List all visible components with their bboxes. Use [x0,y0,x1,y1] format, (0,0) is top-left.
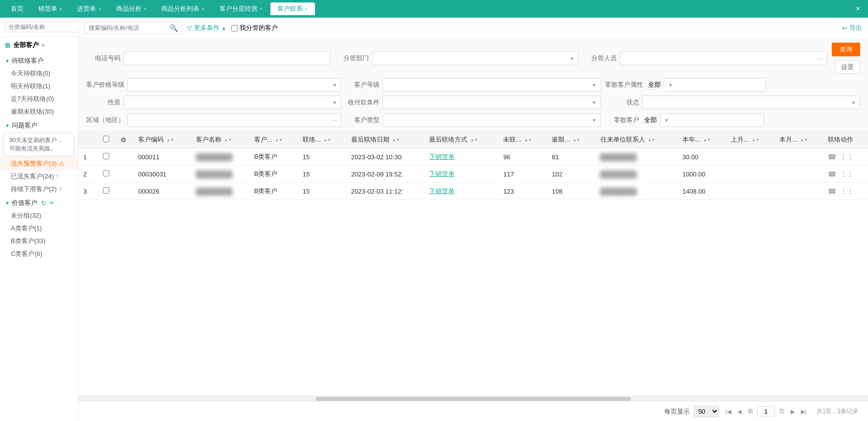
last-way-link[interactable]: 下销货单 [429,187,455,195]
cell-action[interactable]: ☎ ⋮⋮ [823,183,868,200]
tab-analysis-list-close[interactable]: × [201,6,204,12]
sidebar-search-input[interactable] [5,22,78,32]
sidebar-item-overdue[interactable]: 逾期未联络(30) [0,105,78,118]
cell-checkbox[interactable] [98,183,116,200]
tab-home[interactable]: 首页 [4,2,30,15]
sidebar-item-today[interactable]: 今天待联络(0) [0,67,78,80]
sidebar-section-value-title[interactable]: ▼ 价值客户 ↻ ✏ [0,196,78,209]
th-contact-sort-icon[interactable]: ▲▼ [323,138,331,142]
sidebar-all-customers[interactable]: ⊞ 全部客户 « [0,37,78,53]
contact-action-icon[interactable]: ☎ [828,170,836,178]
sidebar-item-c-class[interactable]: C类客户(6) [0,248,78,260]
filter-more-button[interactable]: ▽ 更多条件 ▲ [187,24,226,32]
filter-select-customer-type[interactable]: ▼ [383,113,601,127]
tab-analysis-close[interactable]: × [144,6,146,12]
first-page-icon[interactable]: |◀ [723,407,733,416]
search-button[interactable]: 查询 [832,43,860,56]
th-company-contact-sort-icon[interactable]: ▲▼ [648,138,655,142]
tab-sales[interactable]: 销货单 × [31,2,69,15]
close-all-button[interactable]: × [852,4,864,13]
filter-select-status[interactable]: ▼ [642,96,860,109]
sidebar-item-churn-warning[interactable]: 流失预警客户(3) ⚠ [0,157,78,170]
filter-search-box[interactable]: 🔍 [84,22,182,34]
tab-customer-contact-close[interactable]: × [305,6,308,12]
tab-sales-close[interactable]: × [59,6,62,12]
contact-action-icon[interactable]: ☎ [828,153,836,161]
th-last-date-sort-icon[interactable]: ▲▼ [392,138,400,142]
sidebar-item-declining[interactable]: 持续下滑客户(2) ? [0,183,78,196]
filter-select-manager[interactable]: ··· [620,51,827,65]
tab-customer-tier-close[interactable]: × [260,6,263,12]
cell-checkbox[interactable] [98,149,116,166]
filter-select-nature[interactable]: ▼ [123,96,341,109]
sidebar-section-pending-title[interactable]: ▼ 待联络客户 [0,53,78,67]
contact-action-icon[interactable]: ☎ [828,187,836,195]
th-code-sort-icon[interactable]: ▲▼ [167,138,174,142]
horizontal-scrollbar[interactable] [78,396,868,401]
page-input[interactable] [757,406,775,417]
settings-button[interactable]: 设置 [835,60,860,74]
value-edit-icon[interactable]: ✏ [49,199,54,206]
row-checkbox[interactable] [103,170,109,176]
collapse-icon[interactable]: « [42,42,45,49]
prev-page-icon[interactable]: ◀ [735,407,744,416]
more-action-icon[interactable]: ⋮⋮ [840,187,854,195]
sidebar-section-problem-title[interactable]: ▼ 问题客户 [0,118,78,132]
last-way-link[interactable]: 下销货单 [429,170,455,177]
sidebar-item-churned[interactable]: 已流失客户(24) ? [0,170,78,183]
sidebar-item-b-class[interactable]: B类客户(33) [0,235,78,248]
sidebar-item-ungrouped[interactable]: 未分组(32) [0,209,78,222]
my-customers-filter[interactable]: 我分管的客户 [231,24,278,32]
my-customers-checkbox[interactable] [231,25,238,31]
filter-input-phone[interactable] [123,51,331,65]
tab-analysis-list[interactable]: 商品分析列表 × [154,2,211,15]
cell-action[interactable]: ☎ ⋮⋮ [823,149,868,166]
filter-select-retail[interactable]: ▼ [660,113,765,127]
scrollbar-thumb[interactable] [315,397,631,401]
cell-last-way[interactable]: 下销货单 [424,166,498,183]
th-this-year-sort-icon[interactable]: ▲▼ [703,138,711,142]
th-this-month-sort-icon[interactable]: ▲▼ [800,138,808,142]
filter-select-region[interactable]: ··· [127,113,341,127]
cell-action[interactable]: ☎ ⋮⋮ [823,166,868,183]
tab-analysis[interactable]: 商品分析 × [109,2,153,15]
cell-last-way[interactable]: 下销货单 [424,149,498,166]
select-all-checkbox[interactable] [103,136,109,142]
tab-customer-contact[interactable]: 客户联系 × [270,2,314,15]
filter-select-grade[interactable]: ▼ [383,78,601,92]
filter-select-price-grade[interactable]: ▼ [127,78,341,92]
filter-select-payment[interactable]: ▼ [383,96,601,109]
export-button[interactable]: ↩ 导出 [842,24,862,32]
last-way-link[interactable]: 下销货单 [429,153,455,160]
filter-search-input[interactable] [89,25,167,31]
sidebar-item-7days[interactable]: 近7天待联络(0) [0,93,78,105]
next-page-icon[interactable]: ▶ [789,407,797,416]
filter-select-dept[interactable]: ▼ [372,51,579,65]
cell-last-way[interactable]: 下销货单 [424,183,498,200]
row-checkbox[interactable] [103,153,109,159]
th-last-month-sort-icon[interactable]: ▲▼ [752,138,760,142]
th-last-way-sort-icon[interactable]: ▲▼ [470,138,478,142]
more-action-icon[interactable]: ⋮⋮ [840,153,854,161]
last-page-icon[interactable]: ▶| [799,407,809,416]
gear-icon[interactable]: ⚙ [121,136,126,144]
sidebar-item-tomorrow[interactable]: 明天待联络(1) [0,80,78,93]
filter-search-icon[interactable]: 🔍 [169,24,178,32]
cell-checkbox[interactable] [98,166,116,183]
th-gear[interactable]: ⚙ [116,131,133,149]
th-overdue-sort-icon[interactable]: ▲▼ [573,138,580,142]
filter-manager-dots-icon[interactable]: ··· [817,54,822,62]
th-name-sort-icon[interactable]: ▲▼ [224,138,232,142]
th-not-linked-sort-icon[interactable]: ▲▼ [524,138,532,142]
filter-region-dots-icon[interactable]: ··· [332,116,338,124]
tab-customer-tier[interactable]: 客户分层经营 × [213,2,269,15]
more-action-icon[interactable]: ⋮⋮ [840,170,854,178]
per-page-select[interactable]: 50 20 100 [694,406,719,417]
tab-purchase[interactable]: 进货单 × [70,2,108,15]
tab-purchase-close[interactable]: × [98,6,101,12]
row-checkbox[interactable] [103,187,109,194]
th-type-sort-icon[interactable]: ▲▼ [275,138,283,142]
value-refresh-icon[interactable]: ↻ [41,199,47,207]
filter-select-retail-attr[interactable]: ▼ [664,78,767,92]
sidebar-item-a-class[interactable]: A类客户(1) [0,222,78,235]
